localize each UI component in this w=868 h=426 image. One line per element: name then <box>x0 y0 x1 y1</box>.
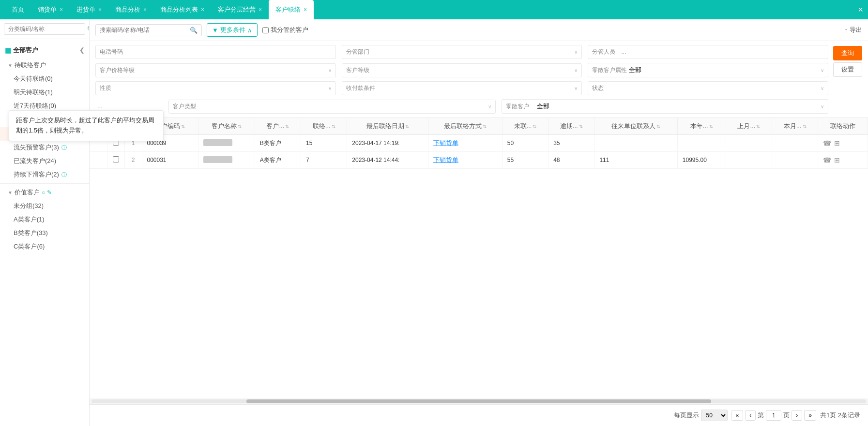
filter-customer-type[interactable]: 客户类型 ∨ <box>168 100 495 114</box>
search-icon[interactable]: 🔍 <box>190 27 198 34</box>
sidebar-item-ungrouped[interactable]: 未分组(32) <box>0 199 89 213</box>
name-blurred <box>203 156 232 163</box>
filter-row-3: 性质 ∨ 收付款条件 ∨ 状态 ∨ <box>95 81 828 95</box>
contact-icon[interactable]: ☎ <box>823 156 831 164</box>
nav-tab-home[interactable]: 首页 <box>5 0 31 19</box>
collapse-icon[interactable]: ❮ <box>79 47 84 54</box>
col-last-method[interactable]: 最后联络方式⇅ <box>428 118 502 135</box>
sidebar-item-lost-preview[interactable]: 流失预警客户(3) ⓘ <box>0 141 89 154</box>
next-page-button[interactable]: › <box>792 410 802 421</box>
scroll-track[interactable] <box>91 399 866 403</box>
filter-status[interactable]: 状态 ∨ <box>588 81 828 95</box>
col-category[interactable]: 客户...⇅ <box>255 118 301 135</box>
close-icon[interactable]: × <box>143 6 147 13</box>
sidebar-item-class-a[interactable]: A类客户(1) <box>0 213 89 226</box>
filter-phone[interactable]: 电话号码 <box>95 45 336 59</box>
sort-icon: ⇅ <box>756 124 760 129</box>
method-link[interactable]: 下销货单 <box>433 156 458 163</box>
filter-retail-customer[interactable]: 零散客户 全部 ∨ <box>502 99 828 114</box>
filter-payment[interactable]: 收付款条件 ∨ <box>342 81 582 95</box>
row-last-date: 2023-04-17 14:19: <box>347 135 428 152</box>
first-page-button[interactable]: « <box>731 410 744 421</box>
my-customers-checkbox[interactable] <box>262 27 269 33</box>
row-current-month <box>772 135 818 152</box>
nav-tab-product-list[interactable]: 商品分析列表 × <box>153 0 211 19</box>
row-last-method[interactable]: 下销货单 <box>428 135 502 152</box>
filter-nature[interactable]: 性质 ∨ <box>95 81 336 95</box>
filter-customer-level[interactable]: 客户等级 ∨ <box>342 63 582 77</box>
sort-icon: ⇅ <box>803 124 807 129</box>
sidebar-item-today[interactable]: 今天待联络(0) <box>0 72 89 86</box>
help-icon[interactable]: ⓘ <box>61 145 67 150</box>
nav-tab-sales[interactable]: 销货单 × <box>31 0 70 19</box>
query-button[interactable]: 查询 <box>833 46 862 60</box>
close-icon[interactable]: × <box>201 6 204 13</box>
row-last-method[interactable]: 下销货单 <box>428 152 502 169</box>
sidebar-item-class-c[interactable]: C类客户(6) <box>0 240 89 253</box>
more-conditions-button[interactable]: ▼ 更多条件 ∧ <box>207 23 258 37</box>
settings-button[interactable]: 设置 <box>833 62 862 77</box>
col-last-month[interactable]: 上月...⇅ <box>726 118 772 135</box>
col-uncontacted[interactable]: 未联...⇅ <box>502 118 548 135</box>
prev-page-button[interactable]: ‹ <box>745 410 756 421</box>
close-icon[interactable]: × <box>98 6 102 13</box>
nav-tab-customer-contact[interactable]: 客户联络 × <box>269 0 314 19</box>
more-dots[interactable]: ··· <box>95 103 163 110</box>
nav-tab-product-analysis[interactable]: 商品分析 × <box>108 0 153 19</box>
horizontal-scrollbar[interactable] <box>90 398 868 404</box>
advanced-filter: 电话号码 分管部门 ∨ 分管人员 ... <box>90 41 868 118</box>
filter-price-level[interactable]: 客户价格等级 ∨ <box>95 63 336 77</box>
nav-tab-purchase[interactable]: 进货单 × <box>70 0 108 19</box>
sidebar-item-lost[interactable]: 已流失客户(24) <box>0 154 89 168</box>
col-unit-contact[interactable]: 往来单位联系人⇅ <box>594 118 677 135</box>
contact-icon[interactable]: ☎ <box>823 139 831 147</box>
page-number-input[interactable] <box>766 410 781 421</box>
circle-icon[interactable]: ○ <box>42 189 45 196</box>
filter-retail-attr[interactable]: 零散客户属性 全部 ∨ <box>588 63 828 77</box>
last-page-button[interactable]: » <box>804 410 816 421</box>
col-last-date[interactable]: 最后联络日期⇅ <box>347 118 428 135</box>
col-current-month[interactable]: 本月...⇅ <box>772 118 818 135</box>
row-code: 000031 <box>142 152 198 169</box>
nav-tab-customer-tier[interactable]: 客户分层经营 × <box>211 0 269 19</box>
close-icon[interactable]: × <box>259 6 262 13</box>
filter-manager[interactable]: 分管人员 ... <box>588 45 828 59</box>
close-icon[interactable]: × <box>304 6 307 13</box>
row-overdue: 35 <box>548 135 594 152</box>
method-link[interactable]: 下销货单 <box>433 139 458 147</box>
main-search-input[interactable] <box>100 27 188 33</box>
page-size-select[interactable]: 50 20 100 <box>701 410 728 421</box>
sidebar-item-class-b[interactable]: B类客户(33) <box>0 226 89 240</box>
pending-contact-title[interactable]: ▼ 待联络客户 <box>0 59 89 72</box>
row-select-checkbox[interactable] <box>113 156 119 162</box>
sort-icon: ⇅ <box>656 124 660 129</box>
sidebar-item-tomorrow[interactable]: 明天待联络(1) <box>0 86 89 99</box>
all-customers-header[interactable]: ▦ 全部客户 ❮ <box>0 43 89 58</box>
value-customer-title[interactable]: ▼ 价值客户 ○ ✎ <box>0 186 89 199</box>
main-layout: 🔍 ▦ 全部客户 ❮ ▼ 待联络客户 今天待联络(0) 明天待联络(1) <box>0 19 868 426</box>
col-customer-name[interactable]: 客户名称⇅ <box>198 118 255 135</box>
more-action-icon[interactable]: ⊞ <box>834 139 840 147</box>
col-contact-count[interactable]: 联络...⇅ <box>301 118 347 135</box>
edit-icon[interactable]: ✎ <box>47 189 52 196</box>
col-overdue[interactable]: 逾期...⇅ <box>548 118 594 135</box>
chevron-down-icon: ∨ <box>574 68 578 73</box>
sidebar-search-input[interactable] <box>4 23 85 35</box>
export-button[interactable]: ↑ 导出 <box>845 26 863 34</box>
row-name <box>198 152 255 169</box>
scroll-thumb[interactable] <box>246 399 711 403</box>
filter-department[interactable]: 分管部门 ∨ <box>342 45 582 59</box>
row-checkbox[interactable] <box>107 152 124 169</box>
my-customers-checkbox-label[interactable]: 我分管的客户 <box>262 26 308 34</box>
more-action-icon[interactable]: ⊞ <box>834 156 840 164</box>
help-icon[interactable]: ⓘ <box>61 172 67 177</box>
row-name <box>198 135 255 152</box>
row-uncontacted: 55 <box>502 152 548 169</box>
sidebar-item-declining[interactable]: 持续下滑客户(2) ⓘ <box>0 168 89 181</box>
row-last-month <box>726 152 772 169</box>
col-current-year[interactable]: 本年...⇅ <box>677 118 726 135</box>
window-close-button[interactable]: × <box>858 5 863 15</box>
divider <box>0 183 89 184</box>
row-actions: ☎ ⊞ <box>818 135 868 152</box>
close-icon[interactable]: × <box>60 6 63 13</box>
